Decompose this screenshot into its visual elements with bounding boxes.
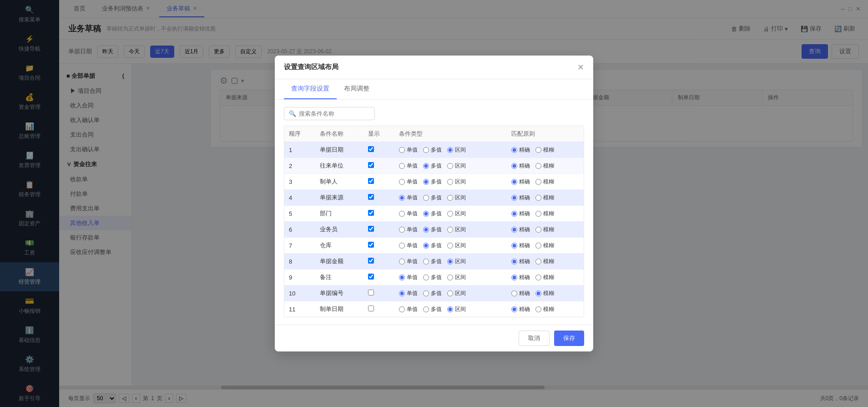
type-radio[interactable] — [423, 195, 429, 201]
save-button[interactable]: 保存 — [554, 331, 584, 346]
type-radio-label[interactable]: 多值 — [423, 178, 442, 186]
type-radio[interactable] — [423, 227, 429, 233]
type-radio[interactable] — [399, 195, 405, 201]
type-radio[interactable] — [423, 290, 429, 296]
modal-close-btn[interactable]: ✕ — [577, 63, 584, 71]
type-radio-label[interactable]: 区间 — [447, 194, 466, 202]
match-radio-label[interactable]: 模糊 — [535, 290, 554, 297]
match-radio-label[interactable]: 模糊 — [535, 178, 554, 186]
match-radio[interactable] — [511, 306, 517, 312]
type-radio[interactable] — [447, 275, 453, 280]
match-radio-label[interactable]: 精确 — [511, 226, 530, 234]
modal-search-input[interactable] — [299, 110, 370, 117]
type-radio-label[interactable]: 区间 — [447, 274, 466, 281]
match-radio[interactable] — [535, 147, 541, 153]
type-radio[interactable] — [447, 243, 453, 249]
type-radio-label[interactable]: 多值 — [423, 194, 442, 202]
match-radio[interactable] — [511, 227, 517, 233]
match-radio[interactable] — [535, 306, 541, 312]
show-checkbox[interactable] — [368, 305, 374, 311]
modal-tab-fields[interactable]: 查询字段设置 — [284, 79, 337, 99]
type-radio-label[interactable]: 多值 — [423, 305, 442, 313]
type-radio[interactable] — [447, 227, 453, 233]
match-radio-label[interactable]: 精确 — [511, 146, 530, 154]
type-radio-label[interactable]: 多值 — [423, 242, 442, 249]
type-radio[interactable] — [399, 211, 405, 217]
type-radio-label[interactable]: 单值 — [399, 178, 418, 186]
cancel-button[interactable]: 取消 — [519, 331, 550, 346]
type-radio[interactable] — [423, 179, 429, 185]
type-radio-label[interactable]: 多值 — [423, 162, 442, 170]
match-radio-label[interactable]: 精确 — [511, 194, 530, 202]
type-radio-label[interactable]: 单值 — [399, 242, 418, 249]
match-radio-label[interactable]: 精确 — [511, 258, 530, 265]
type-radio-label[interactable]: 单值 — [399, 258, 418, 265]
type-radio[interactable] — [447, 306, 453, 312]
type-radio-label[interactable]: 区间 — [447, 210, 466, 218]
type-radio[interactable] — [447, 211, 453, 217]
type-radio-label[interactable]: 多值 — [423, 146, 442, 154]
type-radio[interactable] — [399, 290, 405, 296]
type-radio[interactable] — [423, 163, 429, 169]
match-radio-label[interactable]: 模糊 — [535, 305, 554, 313]
match-radio[interactable] — [535, 179, 541, 185]
type-radio[interactable] — [447, 163, 453, 169]
type-radio[interactable] — [423, 211, 429, 217]
match-radio[interactable] — [511, 275, 517, 280]
type-radio[interactable] — [399, 243, 405, 249]
type-radio[interactable] — [399, 275, 405, 280]
type-radio[interactable] — [399, 306, 405, 312]
type-radio-label[interactable]: 区间 — [447, 226, 466, 234]
type-radio-label[interactable]: 单值 — [399, 290, 418, 297]
show-checkbox[interactable] — [368, 194, 374, 200]
type-radio-label[interactable]: 区间 — [447, 290, 466, 297]
match-radio[interactable] — [511, 243, 517, 249]
match-radio-label[interactable]: 精确 — [511, 210, 530, 218]
type-radio[interactable] — [447, 147, 453, 153]
match-radio[interactable] — [511, 259, 517, 265]
type-radio-label[interactable]: 区间 — [447, 146, 466, 154]
type-radio[interactable] — [423, 259, 429, 265]
type-radio[interactable] — [423, 147, 429, 153]
type-radio[interactable] — [447, 259, 453, 265]
type-radio-label[interactable]: 单值 — [399, 305, 418, 313]
type-radio[interactable] — [447, 179, 453, 185]
type-radio-label[interactable]: 单值 — [399, 194, 418, 202]
match-radio[interactable] — [535, 163, 541, 169]
type-radio[interactable] — [423, 275, 429, 280]
show-checkbox[interactable] — [368, 210, 374, 216]
match-radio-label[interactable]: 模糊 — [535, 226, 554, 234]
match-radio[interactable] — [535, 275, 541, 280]
match-radio[interactable] — [535, 211, 541, 217]
match-radio-label[interactable]: 精确 — [511, 274, 530, 281]
match-radio[interactable] — [511, 147, 517, 153]
match-radio-label[interactable]: 模糊 — [535, 274, 554, 281]
match-radio-label[interactable]: 模糊 — [535, 210, 554, 218]
type-radio-label[interactable]: 单值 — [399, 274, 418, 281]
type-radio-label[interactable]: 多值 — [423, 274, 442, 281]
type-radio-label[interactable]: 区间 — [447, 258, 466, 265]
type-radio-label[interactable]: 区间 — [447, 242, 466, 249]
show-checkbox[interactable] — [368, 178, 374, 184]
match-radio[interactable] — [535, 227, 541, 233]
show-checkbox[interactable] — [368, 226, 374, 232]
type-radio[interactable] — [399, 259, 405, 265]
modal-tab-layout[interactable]: 布局调整 — [337, 79, 377, 99]
type-radio-label[interactable]: 区间 — [447, 305, 466, 313]
type-radio[interactable] — [399, 227, 405, 233]
type-radio-label[interactable]: 多值 — [423, 210, 442, 218]
type-radio-label[interactable]: 多值 — [423, 290, 442, 297]
type-radio[interactable] — [399, 163, 405, 169]
match-radio[interactable] — [535, 195, 541, 201]
type-radio-label[interactable]: 区间 — [447, 178, 466, 186]
type-radio[interactable] — [423, 243, 429, 249]
type-radio[interactable] — [447, 290, 453, 296]
match-radio-label[interactable]: 精确 — [511, 162, 530, 170]
show-checkbox[interactable] — [368, 146, 374, 152]
match-radio[interactable] — [535, 290, 541, 296]
match-radio[interactable] — [535, 243, 541, 249]
match-radio-label[interactable]: 模糊 — [535, 146, 554, 154]
type-radio-label[interactable]: 多值 — [423, 226, 442, 234]
match-radio-label[interactable]: 模糊 — [535, 162, 554, 170]
match-radio-label[interactable]: 模糊 — [535, 242, 554, 249]
